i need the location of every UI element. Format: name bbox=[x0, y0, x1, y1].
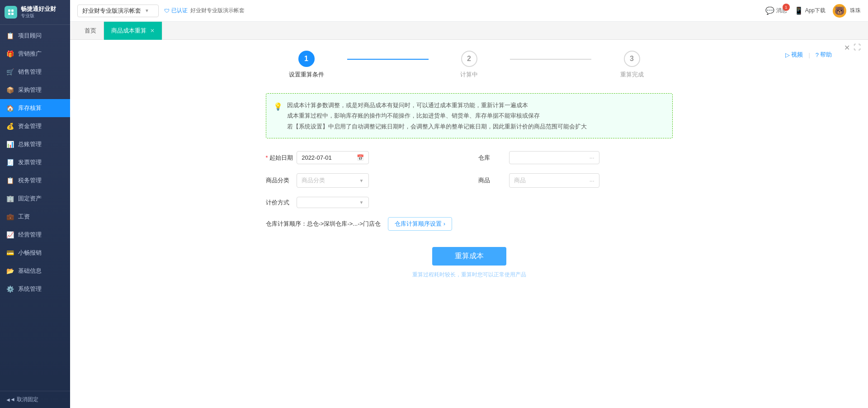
pricing-input[interactable]: ▼ bbox=[297, 197, 369, 208]
avatar: 🐻 bbox=[833, 4, 846, 18]
step-1-label: 设置重算条件 bbox=[289, 71, 324, 79]
nav-icon-finance: 💰 bbox=[5, 122, 14, 131]
warehouse-order-button[interactable]: 仓库计算顺序设置 › bbox=[388, 217, 452, 231]
sidebar-footer-label: ◄ 取消固定 bbox=[10, 396, 38, 403]
user-avatar-button[interactable]: 🐻 珠珠 bbox=[833, 4, 861, 18]
sidebar-item-sales[interactable]: 🛒 销售管理 bbox=[0, 63, 70, 81]
sidebar-item-operation[interactable]: 📈 经营管理 bbox=[0, 226, 70, 244]
topbar: 好业财专业版演示帐套 ▼ 🛡 已认证 好业财专业版演示帐套 💬 消息 1 📱 A… bbox=[70, 0, 868, 22]
sidebar-item-inventory[interactable]: 🏠 库存核算 bbox=[0, 99, 70, 117]
tab-close-icon[interactable]: ✕ bbox=[150, 28, 155, 34]
sidebar: 畅捷通好业财 专业版 📋 项目顾问 🎁 营销推广 🛒 销售管理 📦 采购管理 🏠… bbox=[0, 0, 70, 408]
sidebar-item-system[interactable]: ⚙️ 系统管理 bbox=[0, 280, 70, 298]
form-section: 起始日期 2022-07-01 📅 仓库 ··· bbox=[266, 151, 673, 231]
start-date-field: 起始日期 2022-07-01 📅 bbox=[266, 151, 460, 164]
topbar-left: 好业财专业版演示帐套 ▼ 🛡 已认证 好业财专业版演示帐套 bbox=[77, 5, 765, 17]
tab-home[interactable]: 首页 bbox=[77, 22, 104, 40]
category-label: 商品分类 bbox=[266, 176, 293, 185]
step-1-circle: 1 bbox=[298, 51, 315, 67]
step-connector-1 bbox=[347, 59, 429, 60]
nav-label-asset: 固定资产 bbox=[18, 195, 42, 203]
sidebar-item-basic[interactable]: 📂 基础信息 bbox=[0, 262, 70, 280]
svg-rect-0 bbox=[8, 9, 10, 12]
sidebar-item-marketing[interactable]: 🎁 营销推广 bbox=[0, 45, 70, 63]
message-button[interactable]: 💬 消息 1 bbox=[765, 6, 787, 15]
sidebar-logo bbox=[5, 6, 17, 19]
warehouse-order-btn-label: 仓库计算顺序设置 › bbox=[395, 220, 445, 228]
goods-label: 商品 bbox=[478, 176, 505, 185]
nav-label-invoice: 发票管理 bbox=[18, 158, 42, 166]
sidebar-footer[interactable]: ◄ ◄ 取消固定 bbox=[0, 391, 70, 408]
recalc-button[interactable]: 重算成本 bbox=[432, 247, 506, 266]
dots-icon: ··· bbox=[590, 154, 594, 161]
sidebar-item-accounting[interactable]: 📊 总账管理 bbox=[0, 135, 70, 153]
tab-recalc-label: 商品成本重算 bbox=[111, 27, 146, 35]
phone-icon: 📱 bbox=[794, 6, 803, 15]
account-name: 好业财专业版演示帐套 bbox=[82, 7, 141, 15]
help-link[interactable]: ? 帮助 bbox=[816, 51, 832, 59]
message-badge: 1 bbox=[783, 4, 790, 11]
sidebar-item-finance[interactable]: 💰 资金管理 bbox=[0, 117, 70, 135]
app-download-label: App下载 bbox=[805, 7, 826, 14]
category-placeholder: 商品分类 bbox=[302, 176, 325, 185]
svg-rect-2 bbox=[8, 13, 10, 15]
sidebar-item-project[interactable]: 📋 项目顾问 bbox=[0, 27, 70, 45]
step-1: 1 设置重算条件 bbox=[266, 51, 347, 79]
nav-icon-project: 📋 bbox=[5, 31, 14, 40]
nav-icon-operation: 📈 bbox=[5, 230, 14, 239]
content-area: ✕ ⛶ ▷ 视频 | ? 帮助 1 设置重算条件 bbox=[70, 40, 868, 408]
step-connector-2 bbox=[510, 59, 591, 60]
help-links: ▷ 视频 | ? 帮助 bbox=[785, 51, 832, 59]
app-download-button[interactable]: 📱 App下载 bbox=[794, 6, 826, 15]
sidebar-title: 畅捷通好业财 bbox=[21, 5, 56, 13]
notice-line-1: 因成本计算参数调整，或是对商品成本有疑问时，可以通过成本重算功能，重新计算一遍成… bbox=[287, 100, 587, 110]
nav-label-expense: 小畅报销 bbox=[18, 249, 42, 257]
dots-icon-goods: ··· bbox=[590, 177, 594, 184]
nav-icon-basic: 📂 bbox=[5, 266, 14, 275]
step-3: 3 重算完成 bbox=[591, 51, 673, 79]
pricing-label: 计价方式 bbox=[266, 199, 293, 207]
sidebar-item-tax[interactable]: 📋 税务管理 bbox=[0, 171, 70, 190]
category-field: 商品分类 商品分类 ▼ bbox=[266, 173, 460, 188]
verified-account: 好业财专业版演示帐套 bbox=[190, 7, 245, 14]
main-area: 好业财专业版演示帐套 ▼ 🛡 已认证 好业财专业版演示帐套 💬 消息 1 📱 A… bbox=[70, 0, 868, 408]
sidebar-item-asset[interactable]: 🏢 固定资产 bbox=[0, 190, 70, 208]
goods-field: 商品 商品 ··· bbox=[478, 173, 673, 188]
avatar-emoji: 🐻 bbox=[835, 6, 844, 16]
recalc-note: 重算过程耗时较长，重算时您可以正常使用产品 bbox=[412, 271, 526, 279]
form-row-1: 起始日期 2022-07-01 📅 仓库 ··· bbox=[266, 151, 673, 164]
nav-label-salary: 工资 bbox=[18, 213, 30, 221]
expand-window-icon[interactable]: ⛶ bbox=[854, 43, 861, 52]
nav-icon-tax: 📋 bbox=[5, 176, 14, 185]
nav-label-basic: 基础信息 bbox=[18, 267, 42, 275]
goods-input[interactable]: 商品 ··· bbox=[509, 173, 599, 188]
warehouse-input[interactable]: ··· bbox=[509, 151, 599, 164]
sidebar-item-invoice[interactable]: 🧾 发票管理 bbox=[0, 153, 70, 171]
account-selector[interactable]: 好业财专业版演示帐套 ▼ bbox=[77, 5, 159, 17]
pricing-field: 计价方式 ▼ bbox=[266, 197, 460, 208]
nav-icon-purchase: 📦 bbox=[5, 85, 14, 95]
close-window-icon[interactable]: ✕ bbox=[844, 43, 850, 52]
play-icon: ▷ bbox=[785, 52, 790, 58]
window-controls: ✕ ⛶ bbox=[844, 43, 861, 52]
step-2: 2 计算中 bbox=[429, 51, 510, 79]
verified-text: 已认证 bbox=[171, 7, 188, 14]
user-name: 珠珠 bbox=[850, 7, 861, 14]
form-row-3: 计价方式 ▼ bbox=[266, 197, 673, 208]
steps-wrapper: 1 设置重算条件 2 计算中 3 重算完成 bbox=[266, 51, 673, 79]
chevron-down-icon-pricing: ▼ bbox=[359, 200, 364, 205]
warehouse-order-row: 仓库计算顺序：总仓->深圳仓库->...->门店仓 仓库计算顺序设置 › bbox=[266, 217, 673, 231]
bulb-icon: 💡 bbox=[274, 100, 283, 132]
sidebar-item-expense[interactable]: 💳 小畅报销 bbox=[0, 244, 70, 262]
calendar-icon: 📅 bbox=[357, 154, 364, 161]
category-input[interactable]: 商品分类 ▼ bbox=[297, 173, 369, 188]
sidebar-item-salary[interactable]: 💼 工资 bbox=[0, 208, 70, 226]
start-date-input[interactable]: 2022-07-01 📅 bbox=[297, 151, 369, 164]
nav-label-inventory: 库存核算 bbox=[18, 104, 42, 112]
help-divider: | bbox=[808, 52, 810, 58]
video-link[interactable]: ▷ 视频 bbox=[785, 51, 803, 59]
sidebar-item-purchase[interactable]: 📦 采购管理 bbox=[0, 81, 70, 99]
tab-recalc[interactable]: 商品成本重算 ✕ bbox=[104, 22, 162, 40]
topbar-right: 💬 消息 1 📱 App下载 🐻 珠珠 bbox=[765, 4, 861, 18]
notice-box: 💡 因成本计算参数调整，或是对商品成本有疑问时，可以通过成本重算功能，重新计算一… bbox=[266, 93, 673, 138]
